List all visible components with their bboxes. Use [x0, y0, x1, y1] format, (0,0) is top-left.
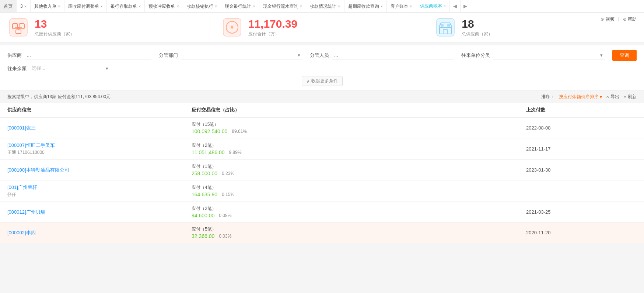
supplier-info-cell: [000002]李四: [7, 230, 192, 236]
payable-total-num: 11,170.39: [248, 18, 297, 30]
refresh-button[interactable]: ○ 刷新: [624, 94, 637, 100]
nav-item-cash-stats[interactable]: 现金银行统计 ×: [221, 0, 259, 13]
tx-amount[interactable]: 32,366.00: [192, 233, 214, 239]
filter-row-2: 往来余额 选择... ▾: [7, 64, 637, 73]
stat-block-payable-suppliers: 13 总应付供应商（家）: [7, 16, 210, 38]
nav-item-supplier-book[interactable]: 供应商账本 ×: [416, 0, 450, 13]
help-link[interactable]: ⊙ 帮助: [623, 16, 637, 23]
supplier-filter-label: 供应商: [7, 52, 22, 59]
nav-prev-arrow[interactable]: ◀: [450, 0, 460, 13]
export-icon: ○: [606, 94, 609, 100]
nav-item-other-income[interactable]: 其他收入单 ×: [31, 0, 64, 13]
supplier-sub-info: 王通 17106110000: [7, 149, 192, 156]
table-body: [000001]张三 应付（15笔） 100,092,540.00 89.61%…: [0, 118, 644, 243]
filter-area: 供应商 分管部门 ▾ 分管人员 往来单位分类 ▾ 查询 往来余额 选择: [0, 45, 644, 91]
tx-amount[interactable]: 11,051,486.00: [192, 149, 225, 155]
supplier-link[interactable]: [000012]广州贝瑞: [7, 209, 45, 215]
supplier-link[interactable]: [000001]张三: [7, 125, 36, 131]
nav-item-advance[interactable]: 预收冲应收单 ×: [145, 0, 183, 13]
person-filter-input[interactable]: [332, 51, 454, 59]
supplier-link[interactable]: [000100]本特勒油品有限公司: [7, 167, 69, 173]
nav-next-arrow[interactable]: ▶: [460, 0, 470, 13]
supplier-link[interactable]: [000007]恒旺二手叉车: [7, 142, 55, 148]
tx-row: 32,366.00 0.03%: [192, 233, 526, 239]
balance-filter-select[interactable]: 选择... ▾: [29, 64, 111, 73]
nav-close-collection[interactable]: ×: [215, 0, 217, 13]
nav-label-customer-book: 客户账本: [391, 0, 408, 13]
nav-close-customer-book[interactable]: ×: [410, 0, 412, 13]
collapse-chevron-icon: ∧: [307, 79, 310, 84]
tx-percent: 0.15%: [222, 192, 234, 197]
supplier-filter-input[interactable]: [25, 51, 151, 59]
store-icon: [434, 16, 456, 38]
nav-close-collection-stats[interactable]: ×: [338, 0, 340, 13]
tx-percent: 9.89%: [229, 150, 242, 155]
result-bar: 搜索结果中，供应商13家 应付金额111,703,854.00元 排序： 按应付…: [0, 91, 644, 103]
nav-close-cash-flow[interactable]: ×: [300, 0, 302, 13]
tx-row: 164,635.90 0.15%: [192, 192, 526, 197]
unit-filter-label: 往来单位分类: [461, 52, 490, 59]
nav-close-adjust[interactable]: ×: [101, 0, 103, 13]
nav-close-bank[interactable]: ×: [139, 0, 141, 13]
nav-item-customer-book[interactable]: 客户账本 ×: [387, 0, 416, 13]
supplier-icon: [7, 16, 29, 38]
col-header-tx: 应付交易信息（占比）: [192, 107, 526, 113]
tx-info-cell: 应付（15笔） 100,092,540.00 89.61%: [192, 121, 526, 134]
result-summary: 搜索结果中，供应商13家 应付金额111,703,854.00元: [7, 94, 111, 100]
nav-label-advance: 预收冲应收单: [148, 0, 175, 13]
svg-rect-13: [441, 24, 444, 27]
payable-icon: ¥: [221, 16, 243, 38]
nav-item-collection-stats[interactable]: 收款情况统计 ×: [306, 0, 344, 13]
collapse-label: 收起更多条件: [311, 78, 338, 84]
collapse-button[interactable]: ∧ 收起更多条件: [302, 76, 343, 86]
tx-info-cell: 应付（2笔） 11,051,486.00 9.89%: [192, 142, 526, 155]
nav-item-collection[interactable]: 收款核销执行 ×: [183, 0, 221, 13]
nav-item-3[interactable]: 3 ×: [17, 0, 31, 13]
tx-amount[interactable]: 100,092,540.00: [192, 128, 227, 134]
stat-block-payable-total: ¥ 11,170.39 应付合计（万）: [210, 16, 424, 38]
sort-select[interactable]: 按应付余额倒序排序 ▾: [559, 94, 602, 100]
sort-chevron-icon: ▾: [600, 94, 602, 100]
nav-close-other-income[interactable]: ×: [58, 0, 60, 13]
tx-row: 100,092,540.00 89.61%: [192, 128, 526, 134]
dept-filter-select[interactable]: ▾: [181, 51, 303, 59]
tx-row: 258,000.00 0.23%: [192, 170, 526, 176]
nav-item-cash-flow[interactable]: 现金银行流水查询 ×: [259, 0, 306, 13]
unit-dropdown-icon: ▾: [600, 52, 603, 58]
unit-filter-select[interactable]: ▾: [493, 51, 605, 59]
nav-label-collection: 收款核销执行: [187, 0, 213, 13]
nav-item-bank[interactable]: 银行存取款单 ×: [107, 0, 145, 13]
export-button[interactable]: ○ 导出: [606, 94, 619, 100]
tx-percent: 0.08%: [219, 213, 231, 218]
nav-close-advance[interactable]: ×: [176, 0, 179, 13]
col-header-supplier: 供应商信息: [7, 107, 192, 113]
table-row: [001]广州荣轩 仔仔 应付（4笔） 164,635.90 0.15%: [0, 180, 644, 202]
supplier-info-cell: [001]广州荣轩 仔仔: [7, 184, 192, 198]
nav-close-supplier-book[interactable]: ×: [444, 0, 446, 12]
tx-info-cell: 应付（2笔） 94,600.00 0.08%: [192, 206, 526, 218]
tx-amount[interactable]: 94,600.00: [192, 213, 214, 218]
nav-label-adjust: 应收应付调整单: [68, 0, 99, 13]
nav-item-overdue[interactable]: 超期应收款查询 ×: [344, 0, 387, 13]
tx-row: 94,600.00 0.08%: [192, 213, 526, 218]
supplier-link[interactable]: [001]广州荣轩: [7, 185, 37, 190]
tx-amount[interactable]: 164,635.90: [192, 192, 217, 197]
tx-label: 应付（1笔）: [192, 163, 526, 170]
video-link[interactable]: ⊙ 视频: [601, 16, 614, 23]
nav-item-home[interactable]: 首页: [0, 0, 17, 13]
nav-label-home: 首页: [4, 0, 13, 13]
nav-item-adjust[interactable]: 应收应付调整单 ×: [64, 0, 107, 13]
supplier-info-cell: [000012]广州贝瑞: [7, 209, 192, 216]
tx-amount[interactable]: 258,000.00: [192, 170, 217, 176]
col-header-last-pay: 上次付数: [526, 107, 637, 113]
stat-text-payable-total: 11,170.39 应付合计（万）: [248, 18, 297, 37]
tx-info-cell: 应付（1笔） 258,000.00 0.23%: [192, 163, 526, 176]
last-pay-cell: 2020-11-20: [526, 230, 637, 235]
nav-close-3[interactable]: ×: [24, 0, 27, 13]
stat-text-payable-suppliers: 13 总应付供应商（家）: [35, 18, 74, 37]
search-button[interactable]: 查询: [612, 50, 637, 61]
last-pay-date: 2020-11-20: [526, 230, 551, 235]
supplier-link[interactable]: [000002]李四: [7, 230, 36, 235]
nav-close-cash-stats[interactable]: ×: [253, 0, 255, 13]
nav-close-overdue[interactable]: ×: [381, 0, 383, 13]
